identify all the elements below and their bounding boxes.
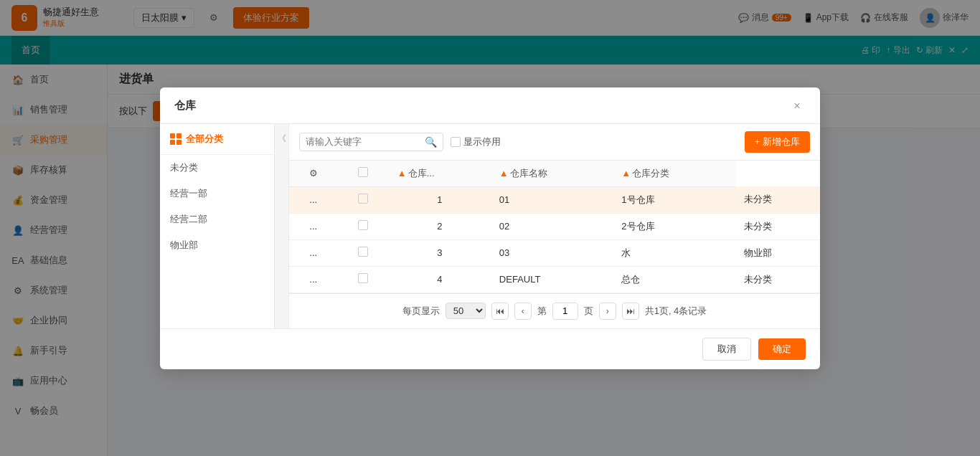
table-row[interactable]: ... 1 01 1号仓库 未分类 (289, 186, 820, 213)
search-icon[interactable]: 🔍 (425, 136, 437, 148)
col-code: ▲仓库... (389, 161, 491, 187)
row-num: 2 (389, 213, 491, 239)
modal-title: 仓库 (174, 99, 196, 113)
row-check[interactable] (338, 266, 389, 293)
category-collapse-btn[interactable]: 《 (275, 124, 289, 328)
warehouse-modal: 仓库 × 全部分类 未分类 经营一部 经营二部 物业部 《 (160, 87, 820, 369)
cancel-btn[interactable]: 取消 (702, 338, 751, 361)
first-page-btn[interactable]: ⏮ (491, 303, 509, 320)
pagination: 每页显示 50 100 200 ⏮ ‹ 第 页 › ⏭ 共1页, 4条记录 (289, 293, 820, 328)
warehouse-table: ⚙ ▲仓库... ▲仓库名称 ▲仓库分类 ... 1 01 1号仓库 未分类 (289, 161, 820, 293)
category-panel: 全部分类 未分类 经营一部 经营二部 物业部 (160, 124, 275, 328)
category-item-dept1[interactable]: 经营一部 (160, 181, 274, 206)
row-actions: ... (289, 213, 338, 239)
search-input[interactable] (306, 136, 420, 147)
row-category: 物业部 (735, 239, 820, 266)
row-actions: ... (289, 186, 338, 213)
col-settings: ⚙ (289, 161, 338, 187)
col-check (338, 161, 389, 187)
row-name: 1号仓库 (613, 186, 735, 213)
category-all[interactable]: 全部分类 (160, 124, 274, 155)
page-size-select[interactable]: 50 100 200 (446, 303, 486, 319)
table-body: ... 1 01 1号仓库 未分类 ... 2 02 2号仓库 未分类 ... … (289, 186, 820, 293)
category-item-unclassified[interactable]: 未分类 (160, 155, 274, 181)
confirm-btn[interactable]: 确定 (758, 338, 806, 360)
page-info: 共1页, 4条记录 (645, 305, 707, 318)
row-code: DEFAULT (491, 266, 613, 293)
modal-footer: 取消 确定 (160, 328, 820, 369)
add-warehouse-btn[interactable]: + 新增仓库 (745, 131, 810, 153)
row-actions: ... (289, 266, 338, 293)
modal-overlay: 仓库 × 全部分类 未分类 经营一部 经营二部 物业部 《 (0, 0, 980, 456)
row-check[interactable] (338, 239, 389, 266)
col-name: ▲仓库名称 (491, 161, 613, 187)
table-row[interactable]: ... 4 DEFAULT 总仓 未分类 (289, 266, 820, 293)
table-header: ⚙ ▲仓库... ▲仓库名称 ▲仓库分类 (289, 161, 820, 187)
col-category: ▲仓库分类 (613, 161, 735, 187)
row-num: 1 (389, 186, 491, 213)
modal-close-btn[interactable]: × (788, 98, 806, 115)
category-item-dept2[interactable]: 经营二部 (160, 206, 274, 232)
row-actions: ... (289, 239, 338, 266)
row-check[interactable] (338, 213, 389, 239)
row-name: 总仓 (613, 266, 735, 293)
row-name: 水 (613, 239, 735, 266)
last-page-btn[interactable]: ⏭ (622, 303, 639, 320)
table-panel: 🔍 显示停用 + 新增仓库 ⚙ (289, 124, 820, 328)
search-box: 🔍 (299, 133, 443, 151)
row-category: 未分类 (735, 186, 820, 213)
row-num: 3 (389, 239, 491, 266)
table-scroll: ⚙ ▲仓库... ▲仓库名称 ▲仓库分类 ... 1 01 1号仓库 未分类 (289, 161, 820, 293)
show-disabled-label[interactable]: 显示停用 (451, 136, 501, 148)
category-item-property[interactable]: 物业部 (160, 232, 274, 258)
table-row[interactable]: ... 3 03 水 物业部 (289, 239, 820, 266)
row-code: 02 (491, 213, 613, 239)
row-check[interactable] (338, 186, 389, 213)
page-input[interactable] (552, 303, 578, 320)
show-disabled-checkbox[interactable] (451, 137, 461, 147)
row-num: 4 (389, 266, 491, 293)
row-name: 2号仓库 (613, 213, 735, 239)
row-code: 01 (491, 186, 613, 213)
row-code: 03 (491, 239, 613, 266)
modal-header: 仓库 × (160, 87, 820, 124)
modal-body: 全部分类 未分类 经营一部 经营二部 物业部 《 🔍 (160, 124, 820, 328)
row-category: 未分类 (735, 266, 820, 293)
prev-page-btn[interactable]: ‹ (514, 303, 532, 320)
next-page-btn[interactable]: › (599, 303, 616, 320)
grid-icon (170, 133, 182, 145)
table-toolbar: 🔍 显示停用 + 新增仓库 (289, 124, 820, 161)
table-row[interactable]: ... 2 02 2号仓库 未分类 (289, 213, 820, 239)
row-category: 未分类 (735, 213, 820, 239)
